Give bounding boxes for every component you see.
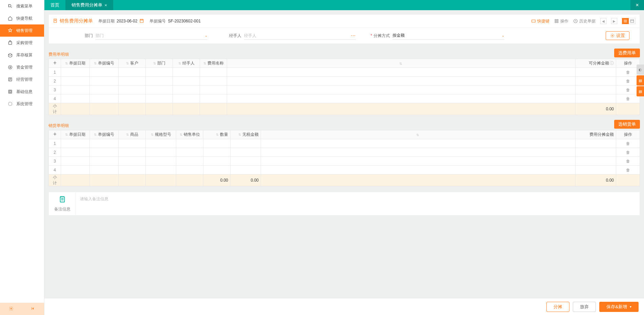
- sidebar-item-sales[interactable]: 销售管理: [0, 24, 44, 37]
- col-qty[interactable]: 数量: [203, 130, 230, 139]
- table-row[interactable]: 1🗑: [49, 68, 640, 77]
- svg-rect-12: [9, 91, 11, 93]
- settings-button[interactable]: 设置: [606, 31, 629, 40]
- sidebar-item-fund[interactable]: 资金管理: [0, 61, 44, 73]
- dept-input[interactable]: [96, 33, 205, 38]
- col-spec[interactable]: 规格型号: [146, 130, 176, 139]
- trash-icon[interactable]: 🗑: [626, 150, 630, 155]
- view-list-button[interactable]: [622, 18, 629, 24]
- page-content: 销售费用分摊单 单据日期 2023-06-02 单据编号 SF-20230602…: [44, 10, 644, 298]
- column-config-icon[interactable]: [49, 59, 61, 68]
- table-row[interactable]: 2🗑: [49, 148, 640, 157]
- svg-rect-15: [32, 307, 32, 310]
- next-doc-button[interactable]: ▶: [611, 18, 617, 24]
- col-no[interactable]: 单据编号: [90, 130, 119, 139]
- select-expense-button[interactable]: 选费用单: [614, 49, 640, 57]
- table-row[interactable]: 4🗑: [49, 94, 640, 103]
- select-sales-button[interactable]: 选销货单: [614, 120, 640, 129]
- sales-table: 单据日期 单据编号 商品 规格型号 销售单位 数量 无税金额 费用分摊金额 操作…: [48, 130, 640, 186]
- svg-rect-24: [555, 19, 556, 21]
- allocate-button[interactable]: 分摊: [546, 302, 569, 312]
- save-new-button[interactable]: 保存&新增: [599, 302, 639, 312]
- trash-icon[interactable]: 🗑: [626, 96, 630, 101]
- svg-line-1: [11, 6, 12, 7]
- subtotal-row: 小计 0.00 0.00 0.00: [49, 174, 640, 186]
- collapse-sidebar-icon[interactable]: [31, 306, 36, 312]
- chevron-down-icon[interactable]: ⌄: [502, 34, 504, 37]
- dock-item-3[interactable]: ▤: [637, 86, 644, 96]
- method-select[interactable]: [393, 33, 502, 38]
- sidebar-item-system[interactable]: 系统管理: [0, 98, 44, 110]
- remarks-input[interactable]: [76, 192, 640, 215]
- col-expense-name[interactable]: 费用名称: [200, 59, 227, 68]
- trash-icon[interactable]: 🗑: [626, 79, 630, 84]
- svg-rect-19: [140, 19, 143, 22]
- history-link[interactable]: 历史单据: [573, 18, 596, 24]
- table-row[interactable]: 3🗑: [49, 86, 640, 94]
- handler-input[interactable]: [244, 33, 351, 38]
- tab-home[interactable]: 首页: [44, 0, 65, 10]
- trash-icon[interactable]: 🗑: [626, 88, 630, 92]
- sidebar-item-label: 快捷导航: [16, 16, 33, 21]
- prev-doc-button[interactable]: ◀: [600, 18, 606, 24]
- docno-value: SF-20230602-001: [168, 19, 201, 23]
- col-op: 操作: [616, 59, 640, 68]
- dock-item-2[interactable]: ▤: [637, 75, 644, 86]
- table-row[interactable]: 1🗑: [49, 139, 640, 148]
- operation-link[interactable]: 操作: [554, 18, 568, 24]
- col-date[interactable]: 单据日期: [61, 59, 90, 68]
- discard-button[interactable]: 放弃: [573, 302, 596, 312]
- trash-icon[interactable]: 🗑: [626, 168, 630, 172]
- table-row[interactable]: 4🗑: [49, 166, 640, 174]
- dept-label: 部门: [73, 33, 93, 39]
- dock-item-1[interactable]: ◐: [637, 64, 644, 75]
- col-amount-no-tax[interactable]: 无税金额: [230, 130, 261, 139]
- chevron-down-icon[interactable]: ⌄: [205, 34, 207, 37]
- subtotal-row: 小计 0.00: [49, 103, 640, 115]
- page-title: 销售费用分摊单: [60, 18, 93, 24]
- table-row[interactable]: 2🗑: [49, 77, 640, 86]
- col-no[interactable]: 单据编号: [90, 59, 119, 68]
- system-icon: [7, 101, 13, 107]
- sidebar: 搜索菜单 快捷导航 销售管理 采购管理: [0, 0, 44, 315]
- sidebar-item-quicknav[interactable]: 快捷导航: [0, 12, 44, 24]
- shortcut-link[interactable]: 快捷键: [531, 18, 549, 24]
- lookup-icon[interactable]: ⋯: [351, 33, 356, 38]
- col-handler[interactable]: 经手人: [173, 59, 200, 68]
- sidebar-item-inventory[interactable]: 库存核算: [0, 49, 44, 61]
- close-all-tabs-button[interactable]: ✕: [630, 0, 644, 10]
- col-blank[interactable]: [227, 59, 576, 68]
- col-blank[interactable]: [261, 130, 576, 139]
- svg-point-35: [54, 62, 56, 63]
- col-unit[interactable]: 销售单位: [176, 130, 203, 139]
- remarks-label: 备注信息: [54, 206, 71, 212]
- sidebar-item-base[interactable]: 基础信息: [0, 86, 44, 98]
- sidebar-bottom-bar: [0, 303, 44, 315]
- sidebar-item-search[interactable]: 搜索菜单: [0, 0, 44, 12]
- purchase-icon: [7, 40, 13, 45]
- settings-gear-icon[interactable]: [9, 306, 14, 312]
- col-alloc-amount[interactable]: 费用分摊金额: [576, 130, 616, 139]
- col-allocatable[interactable]: 可分摊金额ⓘ: [576, 59, 616, 68]
- trash-icon[interactable]: 🗑: [626, 141, 630, 146]
- column-config-icon[interactable]: [49, 130, 61, 139]
- tab-sales-expense-allocation[interactable]: 销售费用分摊单 ✕: [65, 0, 113, 10]
- calendar-icon[interactable]: [139, 18, 144, 24]
- col-customer[interactable]: 客户: [119, 59, 146, 68]
- svg-rect-25: [557, 19, 558, 21]
- trash-icon[interactable]: 🗑: [626, 70, 630, 75]
- date-label: 单据日期: [98, 18, 115, 24]
- col-date[interactable]: 单据日期: [61, 130, 90, 139]
- sidebar-item-purchase[interactable]: 采购管理: [0, 37, 44, 49]
- col-product[interactable]: 商品: [119, 130, 146, 139]
- trash-icon[interactable]: 🗑: [626, 159, 630, 164]
- help-icon[interactable]: ⓘ: [610, 61, 614, 66]
- table-row[interactable]: 3🗑: [49, 157, 640, 166]
- sidebar-item-business[interactable]: 经营管理: [0, 73, 44, 86]
- tab-label: 首页: [51, 2, 59, 8]
- col-dept[interactable]: 部门: [146, 59, 173, 68]
- svg-point-14: [11, 308, 12, 309]
- close-tab-icon[interactable]: ✕: [104, 3, 107, 7]
- date-value[interactable]: 2023-06-02: [117, 19, 137, 23]
- view-detail-button[interactable]: [629, 18, 636, 24]
